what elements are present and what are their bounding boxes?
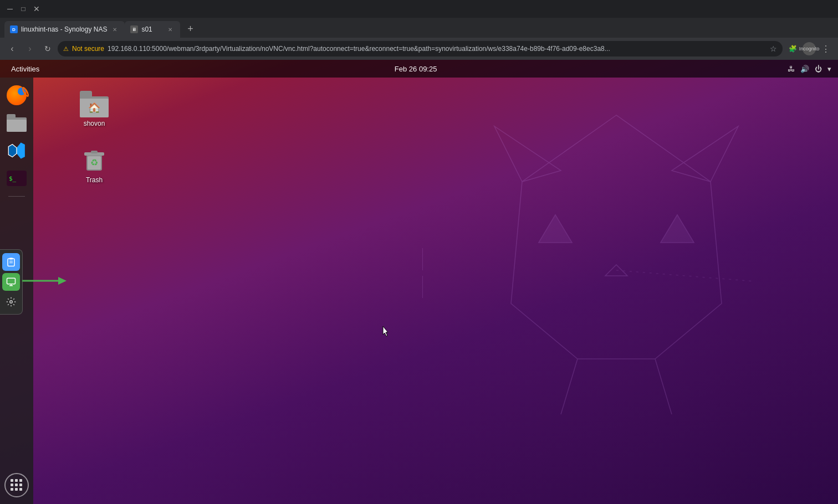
dock-item-vscode[interactable] [4, 138, 29, 163]
tab-close-s01[interactable]: ✕ [166, 25, 175, 34]
window-close-btn[interactable]: ✕ [31, 3, 42, 14]
browser-chrome: ─ □ ✕ D linuxhint-nas - Synology NAS ✕ 🖥… [0, 0, 838, 504]
extensions-btn[interactable]: 🧩 [785, 41, 800, 56]
nav-forward-btn[interactable]: › [22, 41, 38, 56]
svg-rect-26 [7, 278, 16, 284]
svg-rect-21 [91, 151, 98, 153]
new-tab-btn[interactable]: + [182, 22, 198, 38]
novnc-clipboard-btn[interactable] [2, 253, 20, 271]
novnc-settings-btn[interactable] [2, 293, 20, 311]
bookmark-icon[interactable]: ☆ [770, 44, 777, 53]
volume-icon[interactable]: 🔊 [800, 65, 809, 73]
security-warning-text: Not secure [72, 45, 104, 53]
nav-refresh-btn[interactable]: ↻ [40, 41, 55, 56]
svg-marker-2 [672, 126, 738, 182]
mouse-cursor [382, 326, 390, 339]
browser-titlebar: ─ □ ✕ [0, 0, 838, 18]
tab-favicon-synology: D [10, 25, 18, 33]
tab-close-synology[interactable]: ✕ [110, 25, 119, 34]
address-text: 192.168.0.110:5000/webman/3rdparty/Virtu… [108, 45, 767, 53]
svg-line-14 [561, 359, 578, 414]
nav-back-btn[interactable]: ‹ [4, 41, 20, 56]
gnome-topbar: Activities Feb 26 09:25 🖧 🔊 ⏻ ▾ [0, 60, 838, 78]
tab-synology[interactable]: D linuxhint-nas - Synology NAS ✕ [4, 21, 125, 38]
dock-show-apps-btn[interactable] [4, 473, 29, 497]
system-menu-icon[interactable]: ▾ [827, 65, 831, 73]
trash-folder-icon: ♻ [80, 145, 109, 174]
novnc-sidebar [0, 249, 23, 315]
tab-s01[interactable]: 🖥 s01 ✕ [125, 21, 180, 38]
dock-item-firefox[interactable] [4, 83, 29, 107]
dock-item-files[interactable] [4, 111, 29, 135]
svg-line-16 [616, 270, 755, 281]
svg-line-15 [655, 359, 672, 414]
address-input-wrap[interactable]: ⚠ Not secure 192.168.0.110:5000/webman/3… [58, 41, 783, 56]
dock-separator [8, 196, 25, 197]
novnc-display-btn[interactable] [2, 273, 20, 291]
svg-marker-4 [539, 215, 572, 243]
topbar-datetime: Feb 26 09:25 [395, 65, 437, 73]
address-bar: ‹ › ↻ ⚠ Not secure 192.168.0.110:5000/we… [0, 38, 838, 60]
svg-point-29 [10, 301, 13, 304]
tab-bar: D linuxhint-nas - Synology NAS ✕ 🖥 s01 ✕… [0, 18, 838, 38]
cat-background-art [422, 71, 810, 448]
home-folder-icon: 🏠 [80, 91, 109, 117]
vnc-area[interactable]: Activities Feb 26 09:25 🖧 🔊 ⏻ ▾ [0, 60, 838, 504]
novnc-arrow [22, 272, 67, 291]
desktop-icon-home[interactable]: 🏠 shovon [72, 88, 116, 131]
topbar-right: 🖧 🔊 ⏻ ▾ [788, 65, 831, 73]
power-icon[interactable]: ⏻ [815, 65, 822, 73]
network-icon[interactable]: 🖧 [788, 65, 795, 73]
svg-text:♻: ♻ [90, 158, 98, 167]
svg-marker-6 [661, 215, 694, 243]
svg-marker-31 [58, 277, 67, 285]
window-minimize-btn[interactable]: ─ [4, 3, 16, 14]
window-maximize-btn[interactable]: □ [18, 3, 29, 14]
home-icon-label: shovon [84, 120, 105, 127]
dock-item-terminal[interactable]: $_ [4, 166, 29, 191]
novnc-panel [0, 249, 23, 315]
activities-button[interactable]: Activities [7, 65, 44, 73]
trash-icon-label: Trash [86, 176, 103, 184]
desktop-icon-trash[interactable]: ♻ Trash [72, 142, 116, 187]
browser-menu-btn[interactable]: ⋮ [818, 41, 834, 56]
svg-marker-1 [494, 126, 561, 182]
topbar-center: Feb 26 09:25 [44, 64, 788, 74]
tab-label-synology: linuxhint-nas - Synology NAS [21, 25, 107, 33]
svg-rect-23 [8, 259, 14, 266]
tab-favicon-s01: 🖥 [130, 25, 138, 33]
ubuntu-desktop: Activities Feb 26 09:25 🖧 🔊 ⏻ ▾ [0, 60, 838, 504]
security-warning-icon: ⚠ [63, 45, 69, 53]
profile-label: Incognito [799, 46, 820, 52]
profile-btn[interactable]: Incognito [803, 42, 816, 55]
tab-label-s01: s01 [141, 25, 162, 33]
